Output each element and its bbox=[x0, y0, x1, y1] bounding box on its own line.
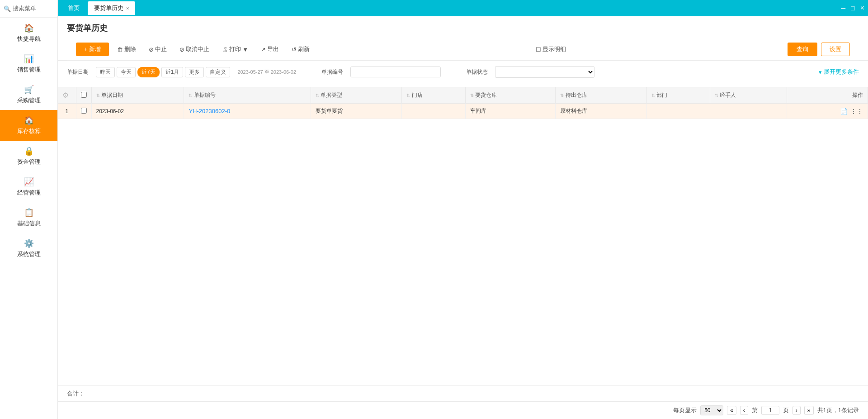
pagination: 每页显示 50 100 200 « ‹ 第 页 › » 共1页，1条记录 bbox=[58, 401, 868, 419]
sidebar-item-label: 销售管理 bbox=[17, 66, 41, 74]
basic-info-icon: 📋 bbox=[24, 208, 34, 218]
select-all-checkbox[interactable] bbox=[81, 92, 87, 98]
refresh-icon: ↺ bbox=[292, 46, 297, 53]
sidebar-item-sales-mgmt[interactable]: 📊 销售管理 bbox=[0, 48, 57, 79]
first-page-button[interactable]: « bbox=[727, 406, 736, 415]
sidebar-item-label: 经营管理 bbox=[17, 189, 41, 197]
window-controls: ─ □ × bbox=[841, 4, 864, 12]
purchase-mgmt-icon: 🛒 bbox=[24, 85, 34, 95]
row-actions: 📄 ⋮⋮ bbox=[787, 104, 868, 119]
col-department: ⇅ 部门 bbox=[646, 87, 710, 104]
sidebar-search[interactable]: 🔍 搜索菜单 bbox=[0, 0, 57, 18]
window-close-icon[interactable]: × bbox=[860, 4, 864, 12]
settings-button[interactable]: 设置 bbox=[821, 43, 850, 56]
checkbox-icon: ☐ bbox=[536, 46, 541, 53]
date-btn-昨天[interactable]: 昨天 bbox=[96, 67, 115, 77]
sidebar-item-inventory[interactable]: 🏠 库存核算 bbox=[0, 110, 57, 141]
sidebar: 🔍 搜索菜单 🏠 快捷导航📊 销售管理🛒 采购管理🏠 库存核算🔒 资金管理📈 经… bbox=[0, 0, 58, 419]
export-button[interactable]: ↗ 导出 bbox=[256, 43, 283, 56]
date-filter-label: 单据日期 bbox=[67, 68, 89, 76]
sidebar-item-purchase-mgmt[interactable]: 🛒 采购管理 bbox=[0, 79, 57, 110]
sidebar-item-label: 快捷导航 bbox=[17, 35, 41, 43]
prev-page-button[interactable]: ‹ bbox=[740, 406, 748, 415]
page-size-label: 每页显示 bbox=[673, 406, 697, 414]
sidebar-item-label: 资金管理 bbox=[17, 158, 41, 166]
toolbar: + 新增 🗑 删除 ⊘ 中止 ⊘ 取消中止 🖨 打印 ▼ bbox=[67, 39, 859, 60]
row-doc-no[interactable]: YH-20230602-0 bbox=[184, 104, 311, 119]
sidebar-item-label: 基础信息 bbox=[17, 219, 41, 228]
sidebar-item-basic-info[interactable]: 📋 基础信息 bbox=[0, 202, 57, 233]
window-maximize-icon[interactable]: □ bbox=[851, 5, 854, 12]
suspend-icon: ⊘ bbox=[149, 46, 154, 53]
row-date: 2023-06-02 bbox=[91, 104, 184, 119]
page-label: 第 bbox=[752, 406, 758, 414]
col-handler: ⇅ 经手人 bbox=[710, 87, 787, 104]
date-filter-buttons: 昨天今天近7天近1月更多自定义 bbox=[96, 67, 230, 77]
date-btn-自定义[interactable]: 自定义 bbox=[206, 67, 230, 77]
date-btn-近1月[interactable]: 近1月 bbox=[161, 67, 184, 77]
tab-home[interactable]: 首页 bbox=[61, 1, 86, 15]
row-doc-type: 要货单要货 bbox=[311, 104, 401, 119]
next-page-button[interactable]: › bbox=[793, 406, 801, 415]
table-settings-icon[interactable]: ⚙ bbox=[62, 91, 69, 99]
row-department bbox=[646, 104, 710, 119]
table-area: ⚙ ⇅ 单据日期 ⇅ 单据编号 ⇅ 单据类型 ⇅ 门店 ⇅ 要货仓库 ⇅ 待出仓… bbox=[58, 87, 868, 386]
date-btn-今天[interactable]: 今天 bbox=[117, 67, 136, 77]
page-input[interactable] bbox=[761, 406, 779, 415]
suspend-button[interactable]: ⊘ 中止 bbox=[144, 43, 171, 56]
refresh-button[interactable]: ↺ 刷新 bbox=[287, 43, 314, 56]
sidebar-item-sys-mgmt[interactable]: ⚙️ 系统管理 bbox=[0, 233, 57, 264]
col-req-warehouse: ⇅ 要货仓库 bbox=[465, 87, 556, 104]
status-filter-label: 单据状态 bbox=[466, 68, 488, 76]
sidebar-item-quick-nav[interactable]: 🏠 快捷导航 bbox=[0, 18, 57, 48]
cancel-suspend-button[interactable]: ⊘ 取消中止 bbox=[175, 43, 214, 56]
doc-no-input[interactable] bbox=[350, 67, 441, 77]
delete-button[interactable]: 🗑 删除 bbox=[113, 43, 141, 56]
page-suffix: 页 bbox=[783, 406, 789, 414]
export-icon: ↗ bbox=[261, 46, 266, 53]
window-minimize-icon[interactable]: ─ bbox=[841, 5, 845, 12]
sidebar-item-capital-mgmt[interactable]: 🔒 资金管理 bbox=[0, 141, 57, 171]
tab-active[interactable]: 要货单历史 × bbox=[88, 1, 135, 15]
capital-mgmt-icon: 🔒 bbox=[24, 146, 34, 156]
row-num: 1 bbox=[58, 104, 76, 119]
col-checkbox[interactable] bbox=[76, 87, 91, 104]
new-button[interactable]: + 新增 bbox=[76, 43, 109, 56]
col-date: ⇅ 单据日期 bbox=[91, 87, 184, 104]
table-row: 1 2023-06-02 YH-20230602-0 要货单要货 车间库 原材料… bbox=[58, 104, 868, 119]
query-button[interactable]: 查询 bbox=[788, 43, 817, 56]
search-icon: 🔍 bbox=[4, 5, 11, 12]
inventory-icon: 🏠 bbox=[24, 115, 34, 125]
table-footer: 合计： bbox=[58, 386, 868, 401]
col-settings[interactable]: ⚙ bbox=[58, 87, 76, 104]
page-size-select[interactable]: 50 100 200 bbox=[700, 405, 723, 415]
col-doc-no: ⇅ 单据编号 bbox=[184, 87, 311, 104]
tab-active-label: 要货单历史 bbox=[94, 4, 123, 12]
row-more-icon[interactable]: ⋮⋮ bbox=[850, 108, 863, 115]
tab-close-icon[interactable]: × bbox=[126, 5, 129, 11]
sidebar-item-ops-mgmt[interactable]: 📈 经营管理 bbox=[0, 171, 57, 202]
col-doc-type: ⇅ 单据类型 bbox=[311, 87, 401, 104]
cancel-suspend-icon: ⊘ bbox=[179, 46, 184, 53]
print-button[interactable]: 🖨 打印 ▼ bbox=[217, 43, 253, 56]
table-header-row: ⚙ ⇅ 单据日期 ⇅ 单据编号 ⇅ 单据类型 ⇅ 门店 ⇅ 要货仓库 ⇅ 待出仓… bbox=[58, 87, 868, 104]
row-checkbox[interactable] bbox=[76, 104, 91, 119]
expand-icon: ▾ bbox=[819, 69, 822, 76]
page-title: 要货单历史 bbox=[67, 23, 859, 33]
print-dropdown-icon: ▼ bbox=[242, 46, 248, 53]
ops-mgmt-icon: 📈 bbox=[24, 177, 34, 187]
row-pending-warehouse: 原材料仓库 bbox=[556, 104, 646, 119]
sales-mgmt-icon: 📊 bbox=[24, 54, 34, 64]
display-detail-button[interactable]: ☐ 显示明细 bbox=[536, 45, 566, 53]
expand-more-button[interactable]: ▾ 展开更多条件 bbox=[819, 68, 859, 76]
sys-mgmt-icon: ⚙️ bbox=[24, 238, 34, 248]
sidebar-search-label: 搜索菜单 bbox=[13, 5, 36, 13]
col-pending-warehouse: ⇅ 待出仓库 bbox=[556, 87, 646, 104]
col-operation: 操作 bbox=[787, 87, 868, 104]
date-btn-近7天[interactable]: 近7天 bbox=[137, 67, 160, 77]
row-edit-icon[interactable]: 📄 bbox=[840, 108, 848, 115]
last-page-button[interactable]: » bbox=[804, 406, 814, 415]
status-select[interactable] bbox=[495, 66, 594, 78]
doc-no-link[interactable]: YH-20230602-0 bbox=[189, 108, 230, 114]
date-btn-更多[interactable]: 更多 bbox=[185, 67, 204, 77]
